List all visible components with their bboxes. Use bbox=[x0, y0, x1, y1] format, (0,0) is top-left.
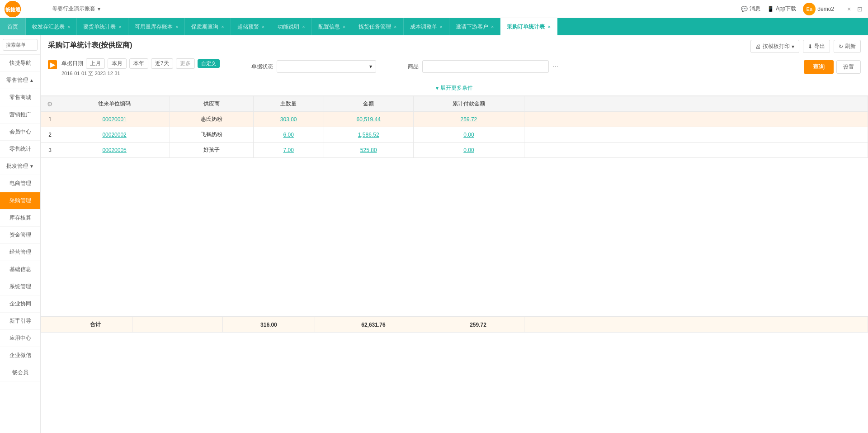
sidebar-item-retail-stat[interactable]: 零售统计 bbox=[0, 141, 40, 158]
template-print-btn[interactable]: 🖨 按模板打印 ▾ bbox=[750, 40, 799, 53]
tab-cost-adjust[interactable]: 成本调整单 × bbox=[404, 18, 449, 35]
sidebar-item-new-guide[interactable]: 新手引导 bbox=[0, 313, 40, 330]
tab-goods-stat-close[interactable]: × bbox=[118, 24, 121, 29]
export-btn[interactable]: ⬇ 导出 bbox=[803, 40, 830, 53]
sidebar-item-app-center[interactable]: 应用中心 bbox=[0, 330, 40, 347]
shortcut-this-month[interactable]: 本月 bbox=[108, 58, 127, 69]
tab-expiry[interactable]: 保质期查询 × bbox=[185, 18, 231, 35]
tab-available-stock-close[interactable]: × bbox=[175, 24, 178, 29]
data-table: ⚙ 往来单位编码 供应商 主数量 金额 累计付款金额 1 00020001 bbox=[41, 96, 868, 158]
tab-func-desc[interactable]: 功能说明 × bbox=[271, 18, 311, 35]
tab-pick-task[interactable]: 拣货任务管理 × bbox=[352, 18, 403, 35]
sidebar-item-marketing[interactable]: 营销推广 bbox=[0, 106, 40, 124]
tab-expiry-close[interactable]: × bbox=[221, 24, 224, 29]
query-btn[interactable]: 查询 bbox=[804, 60, 834, 74]
sidebar-item-biz[interactable]: 经营管理 bbox=[0, 244, 40, 261]
td-qty-2[interactable]: 6.00 bbox=[253, 127, 324, 143]
sidebar-item-retail-mgmt[interactable]: 零售管理 ▲ bbox=[0, 72, 40, 89]
sidebar-item-member[interactable]: 会员中心 bbox=[0, 124, 40, 141]
sidebar-item-basic[interactable]: 基础信息 bbox=[0, 261, 40, 278]
tab-available-stock-label: 可用量库存账本 bbox=[135, 23, 173, 31]
nav-tabs: 首页 收发存汇总表 × 要货单统计表 × 可用量库存账本 × 保质期查询 × 超… bbox=[0, 18, 868, 35]
sidebar-item-fund-label: 资金管理 bbox=[9, 231, 31, 239]
sidebar-item-corp-collab-label: 企业协同 bbox=[9, 300, 31, 308]
tab-goods-stat[interactable]: 要货单统计表 × bbox=[77, 18, 128, 35]
expand-btn[interactable]: ▶ bbox=[48, 60, 57, 69]
shortcut-last-month[interactable]: 上月 bbox=[86, 58, 105, 69]
td-qty-3[interactable]: 7.00 bbox=[253, 143, 324, 158]
main-layout: 快捷导航 零售管理 ▲ 零售商城 营销推广 会员中心 零售统计 批发管理 ▼ 电… bbox=[0, 35, 868, 433]
sidebar: 快捷导航 零售管理 ▲ 零售商城 营销推广 会员中心 零售统计 批发管理 ▼ 电… bbox=[0, 35, 41, 433]
sidebar-item-sys[interactable]: 系统管理 bbox=[0, 278, 40, 295]
custom-tag[interactable]: 自定义 bbox=[198, 59, 220, 68]
tab-overstock-close[interactable]: × bbox=[262, 24, 264, 29]
sidebar-item-wholesale[interactable]: 批发管理 ▼ bbox=[0, 158, 40, 175]
status-select[interactable]: ▾ bbox=[277, 60, 376, 73]
user-area[interactable]: Ea demo2 bbox=[803, 3, 834, 15]
sidebar-item-retail-store-label: 零售商城 bbox=[9, 94, 31, 101]
svg-text:畅捷通: 畅捷通 bbox=[5, 7, 21, 12]
tab-cost-adjust-close[interactable]: × bbox=[440, 24, 443, 29]
td-total-amount: 62,631.76 bbox=[315, 317, 432, 333]
tab-overstock[interactable]: 超储预警 × bbox=[231, 18, 271, 35]
sidebar-item-purchase[interactable]: 采购管理 bbox=[0, 192, 40, 209]
td-paid-3[interactable]: 0.00 bbox=[413, 143, 524, 158]
print-icon: 🖨 bbox=[755, 43, 761, 50]
td-qty-1[interactable]: 303.00 bbox=[253, 112, 324, 127]
sidebar-item-retail-store[interactable]: 零售商城 bbox=[0, 89, 40, 106]
empty-space bbox=[41, 158, 868, 316]
product-more-icon[interactable]: ··· bbox=[552, 62, 558, 71]
sidebar-item-retail-mgmt-label: 零售管理 bbox=[6, 76, 28, 84]
tab-func-desc-label: 功能说明 bbox=[278, 23, 299, 31]
sidebar-item-fund[interactable]: 资金管理 bbox=[0, 227, 40, 244]
logo-icon: 畅捷通 bbox=[5, 1, 21, 17]
tab-purchase-stat-close[interactable]: × bbox=[547, 24, 550, 29]
template-print-label: 按模板打印 bbox=[763, 43, 790, 50]
search-input[interactable] bbox=[3, 39, 38, 51]
window-max-btn[interactable]: ⊡ bbox=[856, 5, 863, 13]
td-code-3[interactable]: 00020005 bbox=[59, 143, 170, 158]
expand-more-btn[interactable]: ▾ 展开更多条件 bbox=[436, 84, 473, 92]
settings-btn[interactable]: 设置 bbox=[836, 60, 861, 74]
tab-config[interactable]: 配置信息 × bbox=[312, 18, 352, 35]
tab-func-desc-close[interactable]: × bbox=[302, 24, 305, 29]
logo-area: 畅捷通 bbox=[5, 1, 45, 17]
td-no-1: 1 bbox=[41, 112, 59, 127]
sidebar-item-ecom[interactable]: 电商管理 bbox=[0, 175, 40, 192]
header-actions: 🖨 按模板打印 ▾ ⬇ 导出 ↻ 刷新 bbox=[750, 40, 861, 53]
th-supplier: 供应商 bbox=[170, 96, 254, 112]
sidebar-item-corp-wechat[interactable]: 企业微信 bbox=[0, 347, 40, 364]
product-input[interactable] bbox=[422, 60, 549, 73]
td-paid-1[interactable]: 259.72 bbox=[413, 112, 524, 127]
sidebar-item-quick-nav[interactable]: 快捷导航 bbox=[0, 55, 40, 72]
tab-pick-task-close[interactable]: × bbox=[394, 24, 396, 29]
td-paid-2[interactable]: 0.00 bbox=[413, 127, 524, 143]
table-row: 2 00020002 飞鹤奶粉 6.00 1,586.52 0.00 bbox=[41, 127, 868, 143]
window-close-btn[interactable]: × bbox=[845, 5, 853, 13]
tab-home[interactable]: 首页 bbox=[0, 18, 26, 35]
sidebar-item-stock-check[interactable]: 库存核算 bbox=[0, 209, 40, 227]
tab-config-close[interactable]: × bbox=[343, 24, 345, 29]
shortcut-more[interactable]: 更多 bbox=[176, 58, 195, 69]
th-code: 往来单位编码 bbox=[59, 96, 170, 112]
sidebar-item-corp-collab[interactable]: 企业协同 bbox=[0, 295, 40, 313]
shortcut-this-year[interactable]: 本年 bbox=[129, 58, 148, 69]
tab-collect-send[interactable]: 收发存汇总表 × bbox=[26, 18, 77, 35]
td-amount-1[interactable]: 60,519.44 bbox=[324, 112, 413, 127]
td-code-1[interactable]: 00020001 bbox=[59, 112, 170, 127]
refresh-btn[interactable]: ↻ 刷新 bbox=[834, 40, 861, 53]
app-download-btn[interactable]: 📱 App下载 bbox=[767, 5, 796, 13]
workspace-selector[interactable]: 母婴行业演示账套 ▾ bbox=[45, 5, 741, 13]
td-code-2[interactable]: 00020002 bbox=[59, 127, 170, 143]
tab-purchase-stat[interactable]: 采购订单统计表 × bbox=[500, 18, 557, 35]
td-amount-2[interactable]: 1,586.52 bbox=[324, 127, 413, 143]
tab-collect-send-close[interactable]: × bbox=[67, 24, 70, 29]
tab-available-stock[interactable]: 可用量库存账本 × bbox=[128, 18, 185, 35]
sidebar-item-member-vip[interactable]: 畅会员 bbox=[0, 364, 40, 381]
tab-invite-down-close[interactable]: × bbox=[491, 24, 494, 29]
td-amount-3[interactable]: 525.80 bbox=[324, 143, 413, 158]
column-settings-icon[interactable]: ⚙ bbox=[47, 100, 53, 108]
tab-invite-down[interactable]: 邀请下游客户 × bbox=[449, 18, 500, 35]
shortcut-7days[interactable]: 近7天 bbox=[151, 58, 173, 69]
message-btn[interactable]: 💬 消息 bbox=[741, 5, 760, 13]
